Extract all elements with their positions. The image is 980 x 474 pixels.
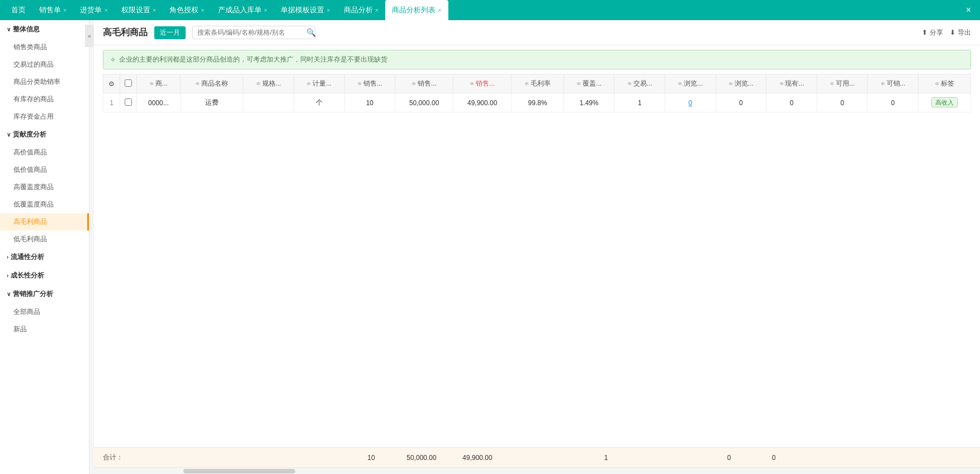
sidebar-group-contribution[interactable]: ∨ 贡献度分析 <box>0 125 89 144</box>
col-coverage[interactable]: 覆盖... <box>564 74 614 93</box>
nav-sales[interactable]: 销售单 × <box>32 0 73 20</box>
col-tag[interactable]: 标签 <box>918 74 970 93</box>
search-button[interactable]: 🔍 <box>306 28 316 37</box>
nav-template-close[interactable]: × <box>326 7 330 13</box>
select-all-checkbox[interactable] <box>125 79 132 87</box>
search-input[interactable] <box>192 26 315 39</box>
nav-purchase-close[interactable]: × <box>104 7 107 13</box>
sidebar-item-traded-goods[interactable]: 交易过的商品 <box>0 56 89 73</box>
group-marketing-arrow: ∨ <box>7 291 11 297</box>
col-view2[interactable]: 浏览... <box>716 74 766 93</box>
col-code[interactable]: 商... <box>137 74 181 93</box>
sidebar-item-with-stock[interactable]: 有库存的商品 <box>0 91 89 108</box>
sidebar-collapse-button[interactable]: « <box>85 25 94 47</box>
col-checkbox[interactable] <box>120 74 137 93</box>
sidebar-item-high-coverage[interactable]: 高覆盖度商品 <box>0 179 89 196</box>
sidebar-item-new-goods[interactable]: 新品 <box>0 321 89 338</box>
sidebar-group-growth[interactable]: › 成长性分析 <box>0 266 89 285</box>
sidebar-item-low-coverage[interactable]: 低覆盖度商品 <box>0 196 89 213</box>
nav-role[interactable]: 角色授权 × <box>163 0 211 20</box>
tag-badge: 高收入 <box>931 97 958 107</box>
time-filter-button[interactable]: 近一月 <box>154 26 186 39</box>
nav-analysis-list-close[interactable]: × <box>438 7 441 13</box>
footer-current-stock: 0 <box>707 454 751 462</box>
sidebar-item-high-value[interactable]: 高价值商品 <box>0 144 89 161</box>
sidebar-item-all-goods[interactable]: 全部商品 <box>0 303 89 321</box>
col-sales-profit[interactable]: 销售... <box>453 74 512 93</box>
sidebar-group-liquidity[interactable]: › 流通性分析 <box>0 248 89 266</box>
row-current-stock: 0 <box>766 93 817 112</box>
data-table: ⚙ 商... 商品名称 规格... 计量... <box>103 74 971 112</box>
footer-trade: 1 <box>584 454 628 462</box>
nav-purchase[interactable]: 进货单 × <box>73 0 114 20</box>
nav-product-in[interactable]: 产成品入库单 × <box>211 0 274 20</box>
nav-sales-close[interactable]: × <box>63 7 67 13</box>
col-name[interactable]: 商品名称 <box>180 74 243 93</box>
page-title: 高毛利商品 <box>103 27 148 39</box>
row-tag: 高收入 <box>918 93 970 112</box>
table-container[interactable]: ⚙ 商... 商品名称 规格... 计量... <box>103 74 971 447</box>
nav-template[interactable]: 单据模板设置 × <box>274 0 337 20</box>
nav-analysis-list[interactable]: 商品分析列表 × <box>385 0 448 20</box>
share-button[interactable]: ⬆ 分享 <box>922 28 943 37</box>
content-area: 高毛利商品 近一月 🔍 ⬆ 分享 ⬇ 导出 ✧ 企业的主要的利润都是这部分商品创… <box>94 20 980 474</box>
table-footer: 合计： 10 50,000.00 49,900.00 1 0 0 <box>94 447 980 467</box>
footer-label: 合计： <box>103 453 136 462</box>
row-saleable: 0 <box>868 93 919 112</box>
nav-product-in-close[interactable]: × <box>264 7 267 13</box>
sidebar-item-stock-fund[interactable]: 库存资金占用 <box>0 108 89 125</box>
horizontal-scrollbar[interactable] <box>94 467 980 474</box>
sidebar: ∨ 整体信息 销售类商品 交易过的商品 商品分类助销率 有库存的商品 库存资金占… <box>0 20 89 474</box>
info-icon: ✧ <box>110 56 116 64</box>
table-row: 1 0000... 运费 个 10 50,000.00 49,900.00 99… <box>103 93 971 112</box>
col-spec[interactable]: 规格... <box>243 74 294 93</box>
row-name: 运费 <box>180 93 243 112</box>
row-sales-qty: 10 <box>344 93 395 112</box>
sidebar-item-category-rate[interactable]: 商品分类助销率 <box>0 73 89 91</box>
sidebar-item-high-margin[interactable]: 高毛利商品 <box>0 213 89 231</box>
footer-available-stock: 0 <box>751 454 796 462</box>
col-available-stock[interactable]: 可用... <box>817 74 868 93</box>
sidebar-group-overall[interactable]: ∨ 整体信息 <box>0 20 89 39</box>
row-available-stock: 0 <box>817 93 868 112</box>
col-unit[interactable]: 计量... <box>293 74 344 93</box>
row-coverage: 1.49% <box>564 93 614 112</box>
nav-permission-close[interactable]: × <box>153 7 156 13</box>
row-sales-amount: 50,000.00 <box>395 93 453 112</box>
nav-home[interactable]: 首页 <box>4 0 32 20</box>
sidebar-item-sales-goods[interactable]: 销售类商品 <box>0 39 89 56</box>
sidebar-item-low-margin[interactable]: 低毛利商品 <box>0 231 89 248</box>
sidebar-item-low-value[interactable]: 低价值商品 <box>0 161 89 179</box>
col-current-stock[interactable]: 现有... <box>766 74 817 93</box>
row-view1[interactable]: 0 <box>665 93 716 112</box>
header-actions: ⬆ 分享 ⬇ 导出 <box>922 28 971 37</box>
nav-analysis[interactable]: 商品分析 × <box>337 0 385 20</box>
col-trade[interactable]: 交易... <box>614 74 665 93</box>
nav-permission[interactable]: 权限设置 × <box>115 0 163 20</box>
footer-cells: 10 50,000.00 49,900.00 1 0 0 <box>136 454 971 462</box>
export-icon: ⬇ <box>950 29 955 36</box>
nav-role-close[interactable]: × <box>201 7 204 13</box>
scrollbar-thumb[interactable] <box>183 469 295 473</box>
row-sales-profit: 49,900.00 <box>453 93 512 112</box>
row-unit: 个 <box>293 93 344 112</box>
export-button[interactable]: ⬇ 导出 <box>950 28 971 37</box>
col-sales-qty[interactable]: 销售... <box>344 74 395 93</box>
col-view1[interactable]: 浏览... <box>665 74 716 93</box>
group-contribution-arrow: ∨ <box>7 132 11 138</box>
sidebar-group-marketing[interactable]: ∨ 营销推广分析 <box>0 285 89 303</box>
col-margin-rate[interactable]: 毛利率 <box>512 74 564 93</box>
main-layout: ∨ 整体信息 销售类商品 交易过的商品 商品分类助销率 有库存的商品 库存资金占… <box>0 20 980 474</box>
row-trade: 1 <box>614 93 665 112</box>
window-close-button[interactable]: × <box>962 5 976 15</box>
footer-sales-qty: 10 <box>349 454 394 462</box>
col-saleable[interactable]: 可销... <box>868 74 919 93</box>
col-settings[interactable]: ⚙ <box>103 74 120 93</box>
row-code: 0000... <box>137 93 181 112</box>
nav-analysis-close[interactable]: × <box>375 7 378 13</box>
top-nav: 首页 销售单 × 进货单 × 权限设置 × 角色授权 × 产成品入库单 × 单据… <box>0 0 980 20</box>
row-view2: 0 <box>716 93 766 112</box>
row-checkbox[interactable] <box>120 93 137 112</box>
col-sales-amount[interactable]: 销售... <box>395 74 453 93</box>
footer-sales-profit: 49,900.00 <box>449 454 505 462</box>
